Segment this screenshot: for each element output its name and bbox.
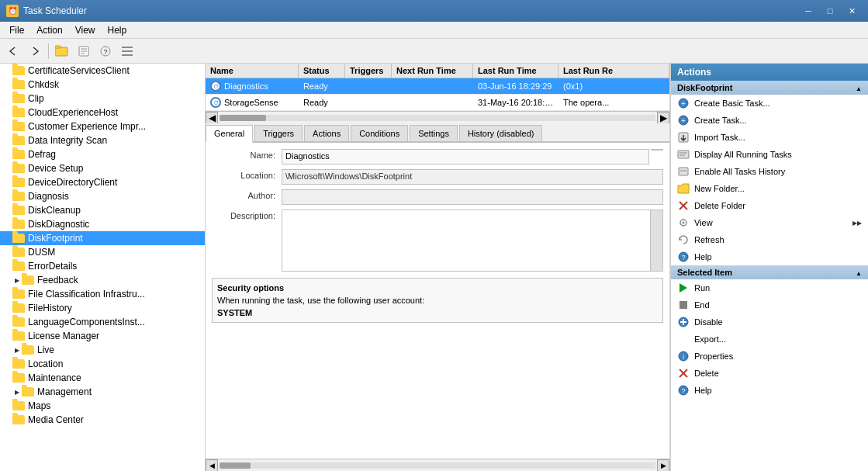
svg-text:?: ? (681, 387, 685, 395)
sidebar-item-filehistory[interactable]: FileHistory (0, 301, 205, 315)
svg-rect-28 (680, 301, 687, 309)
menu-file[interactable]: File (3, 23, 30, 37)
detail-hscroll-right[interactable]: ▶ (657, 459, 669, 472)
action-properties[interactable]: i Properties (671, 348, 868, 365)
sidebar-item-dataintegrity[interactable]: Data Integrity Scan (0, 133, 205, 147)
name-scrollbar[interactable] (651, 149, 663, 151)
action-create-basic-task[interactable]: + Create Basic Task... (671, 95, 868, 112)
refresh-icon (677, 234, 690, 246)
forward-button[interactable] (25, 41, 45, 61)
sidebar-item-maps[interactable]: Maps (0, 399, 205, 413)
action-disable[interactable]: Disable (671, 313, 868, 331)
tab-history[interactable]: History (disabled) (459, 125, 543, 141)
detail-hscroll-track[interactable] (220, 462, 655, 469)
col-lastrun[interactable]: Last Run Time (473, 64, 558, 78)
sidebar-item-certificateservicesclient[interactable]: CertificateServicesClient (0, 64, 205, 78)
description-scrollbar[interactable] (650, 210, 662, 271)
properties-icon: i (677, 350, 690, 362)
hscroll-right-button[interactable]: ▶ (657, 112, 669, 124)
tab-settings[interactable]: Settings (410, 125, 458, 141)
col-triggers[interactable]: Triggers (345, 64, 392, 78)
hscroll-thumb[interactable] (220, 115, 266, 121)
sidebar-item-errordetails[interactable]: ErrorDetails (0, 259, 205, 273)
sidebar-item-licensemanager[interactable]: License Manager (0, 329, 205, 343)
sidebar-item-diskdiagnostic[interactable]: DiskDiagnostic (0, 217, 205, 231)
sidebar-item-languagecomponents[interactable]: LanguageComponentsInst... (0, 315, 205, 329)
task-row-diagnostics[interactable]: ⏱ Diagnostics Ready 03-Jun-16 18:29:29 (… (206, 78, 669, 95)
detail-hscroll-thumb[interactable] (220, 462, 251, 469)
tab-bar: General Triggers Actions Conditions Sett… (206, 123, 669, 143)
svg-text:?: ? (103, 48, 107, 56)
action-refresh[interactable]: Refresh (671, 231, 868, 248)
sidebar-label: DiskCleanup (28, 205, 81, 216)
task-list-hscroll[interactable]: ◀ ▶ (206, 111, 669, 123)
field-value-author (282, 189, 663, 205)
action-end[interactable]: End (671, 296, 868, 313)
diskfootprint-section-header[interactable]: DiskFootprint (671, 81, 868, 95)
action-help-section1[interactable]: ? Help (671, 248, 868, 265)
action-view[interactable]: View ▶ (671, 214, 868, 231)
sidebar-item-mediacenter[interactable]: Media Center (0, 413, 205, 427)
sidebar-item-location[interactable]: Location (0, 357, 205, 371)
sidebar-item-devicesetup[interactable]: Device Setup (0, 161, 205, 175)
folder-icon (12, 136, 25, 145)
action-new-folder[interactable]: New Folder... (671, 180, 868, 197)
col-nextrun[interactable]: Next Run Time (392, 64, 473, 78)
properties-button[interactable] (74, 41, 94, 61)
sidebar-item-chkdsk[interactable]: Chkdsk (0, 78, 205, 92)
sidebar-item-feedback[interactable]: Feedback (0, 273, 205, 287)
tab-triggers[interactable]: Triggers (254, 125, 303, 141)
selected-item-section-header[interactable]: Selected Item (671, 265, 868, 279)
menu-action[interactable]: Action (30, 23, 68, 37)
action-enable-history[interactable]: Enable All Tasks History (671, 163, 868, 180)
menu-help[interactable]: Help (102, 23, 133, 37)
columns-button[interactable] (117, 41, 137, 61)
col-name[interactable]: Name (206, 64, 299, 78)
close-button[interactable]: ✕ (842, 3, 862, 19)
sidebar-item-diskcleanup[interactable]: DiskCleanup (0, 203, 205, 217)
task-row-storagesense[interactable]: ⏱ StorageSense Ready 31-May-16 20:18:55 … (206, 95, 669, 111)
hscroll-left-button[interactable]: ◀ (206, 112, 218, 124)
action-create-task[interactable]: + Create Task... (671, 112, 868, 129)
action-delete[interactable]: Delete (671, 365, 868, 382)
title-bar: ⏰ Task Scheduler ─ □ ✕ (0, 0, 868, 22)
sidebar-item-diskfootprint[interactable]: DiskFootprint (0, 231, 205, 245)
menu-view[interactable]: View (69, 23, 102, 37)
help-button[interactable]: ? (95, 41, 116, 61)
field-value-description[interactable] (282, 210, 663, 272)
action-run[interactable]: Run (671, 279, 868, 296)
field-value-name[interactable]: Diagnostics (282, 149, 649, 165)
tab-general[interactable]: General (206, 125, 253, 143)
back-button[interactable] (3, 41, 23, 61)
action-help-section2[interactable]: ? Help (671, 382, 868, 399)
maximize-button[interactable]: □ (820, 3, 840, 19)
action-import-task[interactable]: Import Task... (671, 129, 868, 146)
detail-content-general: Name: Diagnostics Location: \Microsoft\W… (206, 143, 669, 459)
sidebar-item-cloudexperiencehost[interactable]: CloudExperienceHost (0, 106, 205, 119)
tab-actions[interactable]: Actions (304, 125, 349, 141)
action-export[interactable]: Export... (671, 331, 868, 348)
svg-text:?: ? (681, 254, 685, 261)
sidebar-item-management[interactable]: Management (0, 385, 205, 399)
sidebar-item-customerexperience[interactable]: Customer Experience Impr... (0, 119, 205, 133)
sidebar-item-maintenance[interactable]: Maintenance (0, 371, 205, 385)
sidebar-item-live[interactable]: Live (0, 343, 205, 357)
action-delete-folder[interactable]: Delete Folder (671, 197, 868, 214)
detail-hscroll[interactable]: ◀ ▶ (206, 459, 669, 471)
open-folder-button[interactable] (52, 41, 72, 61)
tab-conditions[interactable]: Conditions (351, 125, 408, 141)
sidebar[interactable]: CertificateServicesClient Chkdsk Clip Cl… (0, 64, 206, 471)
sidebar-item-dusm[interactable]: DUSM (0, 245, 205, 259)
minimize-button[interactable]: ─ (798, 3, 818, 19)
detail-hscroll-left[interactable]: ◀ (206, 459, 218, 472)
action-display-running[interactable]: Display All Running Tasks (671, 146, 868, 163)
sidebar-item-devicedirectoryclient[interactable]: DeviceDirectoryClient (0, 175, 205, 189)
col-lastresult[interactable]: Last Run Re (558, 64, 669, 78)
sidebar-label: CertificateServicesClient (28, 65, 130, 76)
sidebar-item-fileclassification[interactable]: File Classification Infrastru... (0, 287, 205, 301)
hscroll-track[interactable] (220, 115, 655, 121)
sidebar-item-diagnosis[interactable]: Diagnosis (0, 189, 205, 203)
col-status[interactable]: Status (299, 64, 345, 78)
sidebar-item-defrag[interactable]: Defrag (0, 147, 205, 161)
sidebar-item-clip[interactable]: Clip (0, 92, 205, 106)
